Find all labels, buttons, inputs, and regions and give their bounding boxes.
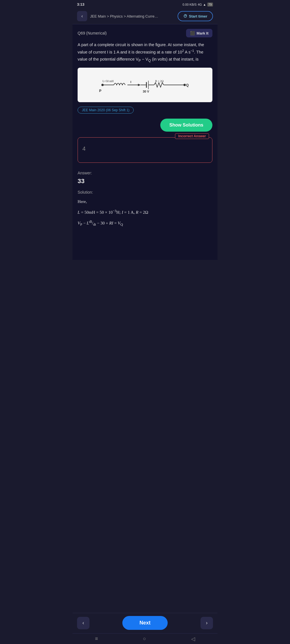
solution-line1: Here, bbox=[78, 198, 212, 206]
circuit-diagram: L=50 mH I 30 V R = 2Ω P Q bbox=[78, 68, 212, 102]
question-meta-row: Q69 (Numerical) ⬛ Mark It bbox=[78, 29, 212, 37]
header-left: ‹ JEE Main > Physics > Alternating Curre… bbox=[77, 11, 158, 21]
solution-label: Solution: bbox=[78, 190, 212, 194]
svg-text:I: I bbox=[130, 80, 131, 84]
answer-section: Answer: 33 Solution: Here, L = 50mH = 50… bbox=[78, 171, 212, 228]
answer-label: Answer: bbox=[78, 171, 212, 175]
bookmark-icon: ⬛ bbox=[190, 31, 195, 35]
network-speed: 0.00 KB/S bbox=[183, 3, 197, 6]
back-icon: ‹ bbox=[81, 14, 83, 19]
tag-row: JEE Main 2020 (06 Sep Shift 1) bbox=[78, 107, 212, 114]
svg-text:L=50 mH: L=50 mH bbox=[103, 80, 114, 83]
show-solutions-row: Show Solutions bbox=[78, 119, 212, 132]
timer-icon: ⏱ bbox=[183, 14, 187, 18]
svg-text:30 V: 30 V bbox=[143, 90, 149, 93]
network-type: 4G bbox=[198, 3, 202, 6]
mark-it-button[interactable]: ⬛ Mark It bbox=[186, 29, 212, 37]
signal-icon: ▲ bbox=[203, 3, 206, 6]
svg-marker-5 bbox=[138, 84, 141, 86]
status-right: 0.00 KB/S 4G ▲ 79 bbox=[183, 3, 213, 7]
answer-input-box[interactable]: 4 bbox=[78, 137, 212, 163]
timer-label: Start timer bbox=[189, 14, 207, 18]
svg-text:P: P bbox=[99, 89, 101, 93]
show-solutions-button[interactable]: Show Solutions bbox=[160, 119, 212, 132]
incorrect-answer-badge: Incorrect Answer bbox=[175, 133, 209, 139]
start-timer-button[interactable]: ⏱ Start timer bbox=[178, 11, 213, 21]
solution-line3: VP − LdI/dt − 30 + RI = VQ bbox=[78, 219, 212, 228]
answer-value: 33 bbox=[78, 177, 212, 185]
solution-text: Here, L = 50mH = 50 × 10−3H; I = 1 A, R … bbox=[78, 198, 212, 228]
breadcrumb: JEE Main > Physics > Alternating Curre… bbox=[90, 14, 158, 18]
battery-indicator: 79 bbox=[207, 3, 213, 7]
question-text: A part of a complete circuit is shown in… bbox=[78, 41, 212, 64]
circuit-svg: L=50 mH I 30 V R = 2Ω P Q bbox=[97, 72, 193, 98]
back-button[interactable]: ‹ bbox=[77, 11, 87, 21]
svg-text:Q: Q bbox=[186, 83, 189, 87]
header: ‹ JEE Main > Physics > Alternating Curre… bbox=[72, 8, 218, 24]
exam-tag: JEE Main 2020 (06 Sep Shift 1) bbox=[78, 107, 134, 114]
question-text-part1: A part of a complete circuit is shown in… bbox=[78, 42, 204, 61]
status-bar: 3:13 0.00 KB/S 4G ▲ 79 bbox=[72, 0, 218, 8]
user-answer-value: 4 bbox=[82, 146, 86, 152]
main-content: Q69 (Numerical) ⬛ Mark It A part of a co… bbox=[72, 24, 218, 260]
time-display: 3:13 bbox=[77, 2, 84, 7]
question-label: Q69 (Numerical) bbox=[78, 31, 107, 35]
solution-line2: L = 50mH = 50 × 10−3H; I = 1 A, R = 2Ω bbox=[78, 208, 212, 216]
svg-point-13 bbox=[184, 84, 186, 86]
answer-input-wrapper: Incorrect Answer 4 bbox=[78, 137, 212, 163]
mark-it-label: Mark It bbox=[197, 31, 208, 35]
svg-text:R = 2Ω: R = 2Ω bbox=[155, 80, 164, 83]
